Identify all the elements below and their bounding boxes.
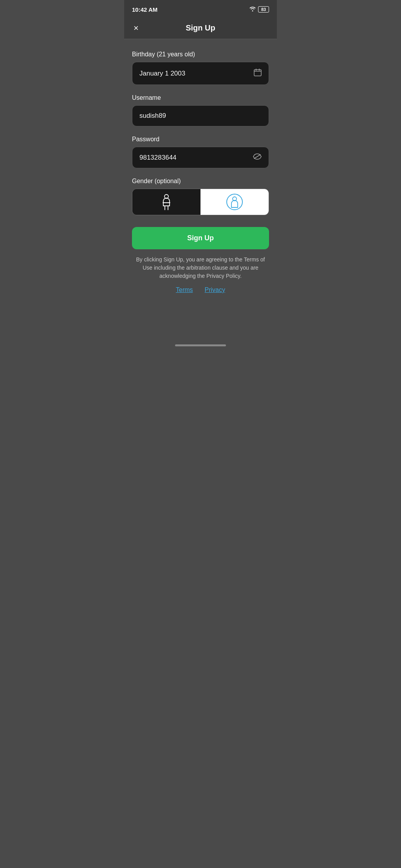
svg-line-1 (254, 155, 260, 158)
calendar-icon (254, 68, 262, 78)
gender-toggle (132, 189, 269, 215)
privacy-link[interactable]: Privacy (205, 286, 225, 294)
status-icons: 83 (249, 6, 269, 13)
gender-field-group: Gender (optional) (132, 178, 269, 215)
gender-label: Gender (optional) (132, 178, 269, 185)
username-input[interactable] (139, 112, 262, 120)
gender-female-option[interactable] (132, 189, 200, 215)
status-time: 10:42 AM (132, 6, 157, 13)
svg-rect-0 (254, 70, 261, 76)
disclaimer-text: By clicking Sign Up, you are agreeing to… (132, 256, 269, 280)
birthday-value: January 1 2003 (139, 70, 185, 77)
home-indicator (124, 340, 277, 354)
password-input-wrapper (132, 147, 269, 168)
close-button[interactable]: × (132, 22, 140, 34)
bottom-spacer (132, 294, 269, 325)
username-label: Username (132, 94, 269, 101)
signup-button[interactable]: Sign Up (132, 227, 269, 249)
links-row: Terms Privacy (132, 286, 269, 294)
terms-link[interactable]: Terms (176, 286, 193, 294)
password-input[interactable] (139, 154, 253, 162)
status-bar: 10:42 AM 83 (124, 0, 277, 17)
gender-male-option[interactable] (200, 189, 269, 215)
password-label: Password (132, 136, 269, 143)
password-toggle-icon[interactable] (253, 153, 262, 162)
signup-section: Sign Up By clicking Sign Up, you are agr… (132, 227, 269, 294)
password-field-group: Password (132, 136, 269, 168)
birthday-field-group: Birthday (21 years old) January 1 2003 (132, 51, 269, 85)
main-content: Birthday (21 years old) January 1 2003 U… (124, 39, 277, 340)
birthday-input[interactable]: January 1 2003 (132, 62, 269, 85)
wifi-icon (249, 6, 256, 13)
home-bar (175, 344, 226, 346)
page-title: Sign Up (186, 23, 215, 32)
battery-indicator: 83 (258, 6, 269, 13)
username-field-group: Username (132, 94, 269, 126)
username-input-wrapper (132, 105, 269, 126)
page-header: × Sign Up (124, 17, 277, 39)
birthday-label: Birthday (21 years old) (132, 51, 269, 58)
